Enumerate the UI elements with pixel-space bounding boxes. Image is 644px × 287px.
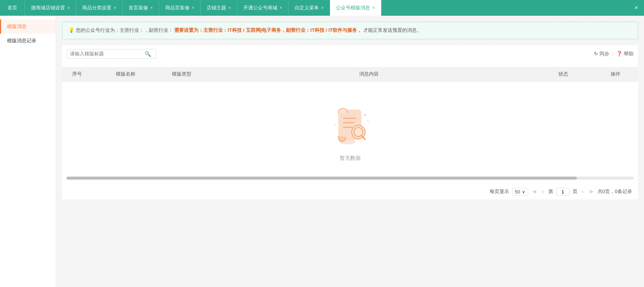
help-label: 帮助 [624, 51, 634, 57]
page-unit: 页 [573, 188, 577, 195]
th-index: 序号 [62, 71, 92, 77]
tab-home-deco-close[interactable]: × [150, 5, 153, 10]
tab-home-label: 首页 [7, 4, 17, 11]
tab-home-decoration[interactable]: 首页装修 × [123, 0, 159, 16]
tab-product-decoration[interactable]: 商品页装修 × [159, 0, 201, 16]
scroll-thumb[interactable] [67, 177, 577, 180]
help-button[interactable]: ❓ 帮助 [616, 51, 634, 57]
layout: 模版消息 模版消息记录 💡 您的公众号行业为：主营行业：，副营行业： 需要设置为… [0, 16, 644, 287]
sync-label: 同步 [600, 51, 609, 57]
notice-icon: 💡 [68, 27, 74, 33]
tab-shop-theme-label: 店铺主题 [207, 4, 226, 11]
search-input[interactable] [70, 51, 145, 57]
sidebar-item-template-msg-label: 模版消息 [7, 24, 27, 29]
tab-custom-menu-label: 自定义菜单 [295, 4, 319, 11]
empty-illustration [328, 104, 373, 149]
tab-bar-close-all[interactable]: × [629, 4, 644, 11]
toolbar-divider: | [612, 51, 613, 57]
tab-shop-settings-label: 微商城店铺设置 [31, 4, 65, 11]
page-di-label: 第 [548, 188, 553, 195]
search-icon[interactable]: 🔍 [145, 51, 151, 57]
tab-open-mall-close[interactable]: × [280, 5, 282, 10]
tab-product-deco-label: 商品页装修 [165, 4, 189, 11]
tab-bar: 首页 微商城店铺设置 × 商品分类设置 × 首页装修 × 商品页装修 × 店铺主… [0, 0, 644, 16]
tab-category-settings[interactable]: 商品分类设置 × [76, 0, 123, 16]
sidebar: 模版消息 模版消息记录 [0, 16, 56, 287]
help-icon: ❓ [616, 51, 622, 57]
tab-template-msg-close[interactable]: × [372, 5, 375, 10]
tab-home-deco-label: 首页装修 [129, 4, 148, 11]
page-next-button[interactable]: › [580, 188, 585, 195]
page-size-value: 50 [515, 189, 520, 195]
notice-prefix: 您的公众号行业为：主营行业：，副营行业： [76, 27, 173, 33]
empty-text: 暂无数据 [340, 155, 361, 162]
sync-button[interactable]: ↻ 同步 [594, 51, 609, 57]
th-actions: 操作 [593, 71, 638, 77]
sidebar-item-template-msg[interactable]: 模版消息 [0, 19, 56, 34]
page-size-label: 每页显示 [490, 188, 509, 195]
svg-point-9 [334, 123, 336, 125]
th-status: 状态 [533, 71, 593, 77]
page-prev-button[interactable]: ‹ [541, 188, 545, 195]
tab-shop-theme-close[interactable]: × [228, 5, 231, 10]
sidebar-item-template-msg-record[interactable]: 模版消息记录 [0, 34, 56, 48]
th-content: 消息内容 [204, 71, 533, 77]
page-size-dropdown-icon: ∨ [522, 189, 526, 195]
page-first-button[interactable]: ⊲ [531, 188, 538, 195]
svg-point-8 [367, 120, 369, 122]
tab-custom-menu[interactable]: 自定义菜单 × [289, 0, 330, 16]
table-container: 🔍 ↻ 同步 | ❓ 帮助 序号 模版名称 模版 [62, 45, 638, 199]
notice-suffix: 才能正常发送预置的消息。 [363, 27, 422, 33]
page-size-select[interactable]: 50 ∨ [512, 188, 528, 196]
tab-shop-theme[interactable]: 店铺主题 × [201, 0, 237, 16]
tab-custom-menu-close[interactable]: × [321, 5, 324, 10]
pagination: 每页显示 50 ∨ ⊲ ‹ 第 页 › ⊳ 共0页，0条记录 [62, 184, 638, 199]
svg-point-7 [364, 114, 366, 116]
th-name: 模版名称 [92, 71, 159, 77]
main-content: 💡 您的公众号行业为：主营行业：，副营行业： 需要设置为：主营行业：IT科技 /… [56, 16, 644, 287]
horizontal-scrollbar[interactable] [67, 177, 634, 180]
tab-open-mall[interactable]: 开通公众号商城 × [237, 0, 289, 16]
tab-template-msg-label: 公众号模版消息 [336, 4, 370, 11]
page-last-button[interactable]: ⊳ [588, 188, 595, 195]
sync-icon: ↻ [594, 51, 598, 57]
search-field-wrapper[interactable]: 🔍 [67, 49, 156, 59]
page-total: 共0页，0条记录 [598, 188, 632, 195]
tab-category-close[interactable]: × [114, 5, 116, 10]
th-type: 模版类型 [159, 71, 204, 77]
notice-banner: 💡 您的公众号行业为：主营行业：，副营行业： 需要设置为：主营行业：IT科技 /… [62, 22, 638, 39]
tab-open-mall-label: 开通公众号商城 [243, 4, 277, 11]
search-actions: ↻ 同步 | ❓ 帮助 [594, 51, 634, 57]
tab-product-deco-close[interactable]: × [192, 5, 194, 10]
empty-state: 暂无数据 [62, 82, 638, 177]
tab-shop-settings-close[interactable]: × [67, 5, 70, 10]
tab-shop-settings[interactable]: 微商城店铺设置 × [25, 0, 76, 16]
page-number-input[interactable] [556, 188, 570, 196]
sidebar-item-record-label: 模版消息记录 [7, 38, 36, 43]
tab-template-msg[interactable]: 公众号模版消息 × [330, 0, 381, 16]
notice-highlight: 需要设置为：主营行业：IT科技 / 互联网|电子商务，副营行业：IT科技 / I… [174, 27, 362, 33]
search-bar: 🔍 ↻ 同步 | ❓ 帮助 [62, 45, 638, 62]
tab-home[interactable]: 首页 [0, 0, 25, 16]
tab-category-label: 商品分类设置 [82, 4, 111, 11]
table-header: 序号 模版名称 模版类型 消息内容 状态 操作 [62, 67, 638, 82]
